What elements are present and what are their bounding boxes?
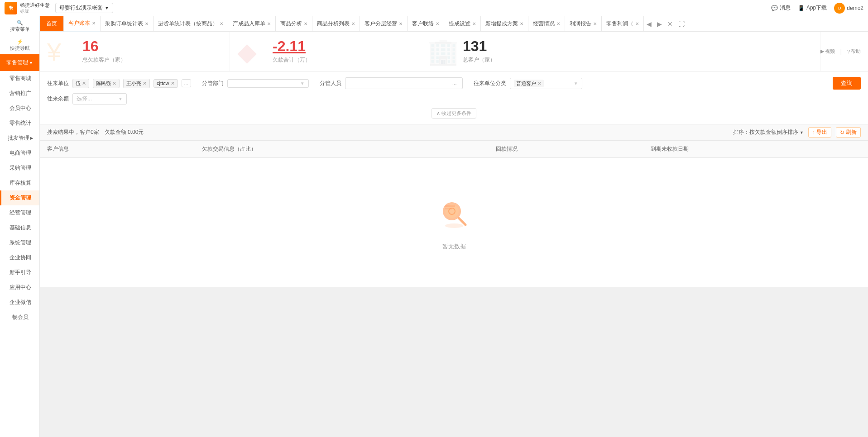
sidebar-item-ecommerce[interactable]: 电商管理 bbox=[0, 146, 39, 161]
unit-class-tag: 普通客户 ✕ bbox=[514, 80, 544, 87]
sidebar-item-vip-member[interactable]: 畅会员 bbox=[0, 310, 39, 325]
tab-home[interactable]: 首页 bbox=[40, 16, 64, 32]
amount-selector[interactable]: 选择... ▼ bbox=[72, 93, 127, 104]
remove-tag-0[interactable]: ✕ bbox=[82, 81, 86, 86]
dept-label: 分管部门 bbox=[202, 80, 224, 87]
tab-customers[interactable]: 客户账本 ✕ bbox=[64, 16, 101, 32]
yen-bg-icon: ¥ bbox=[47, 37, 61, 66]
tab-purchase-orders[interactable]: 采购订单统计表 ✕ bbox=[101, 16, 153, 32]
sidebar-item-retail-stats[interactable]: 零售统计 bbox=[0, 116, 39, 131]
tab-cost-inbound[interactable]: 产成品入库单 ✕ bbox=[228, 16, 276, 32]
tab-close-inbound[interactable]: ✕ bbox=[220, 21, 223, 26]
sidebar-quick-nav[interactable]: ⚡ 快捷导航 bbox=[0, 36, 39, 54]
export-btn[interactable]: ↑ 导出 bbox=[808, 127, 831, 138]
sort-selector[interactable]: 排序：按欠款金额倒序排序 ▼ bbox=[733, 128, 804, 136]
tab-product-analysis[interactable]: 商品分析 ✕ bbox=[276, 16, 312, 32]
tab-close-new-plan[interactable]: ✕ bbox=[520, 21, 523, 26]
sidebar-item-purchase[interactable]: 采购管理 bbox=[0, 161, 39, 176]
tab-maximize-btn[interactable]: ⛶ bbox=[676, 20, 687, 28]
amount-label: 往来余额 bbox=[47, 95, 69, 103]
tab-close-product-analysis-list[interactable]: ✕ bbox=[351, 21, 355, 26]
sort-chevron-icon: ▼ bbox=[800, 130, 804, 135]
refresh-btn[interactable]: ↻ 刷新 bbox=[836, 127, 861, 138]
col-debt-info: 欠款交易信息（占比） bbox=[195, 141, 489, 158]
sidebar-item-enterprise-coop[interactable]: 企业协同 bbox=[0, 250, 39, 265]
total-customers-label: 总欠款客户（家） bbox=[51, 56, 126, 64]
tab-inbound-stats[interactable]: 进货单统计表（按商品） ✕ bbox=[153, 16, 228, 32]
logo-icon: 畅 bbox=[5, 2, 17, 14]
tab-close-purchase-orders[interactable]: ✕ bbox=[145, 21, 149, 26]
sidebar-item-inventory[interactable]: 库存核算 bbox=[0, 176, 39, 190]
tab-close-all-btn[interactable]: ✕ bbox=[665, 20, 676, 28]
sidebar-item-retail-mall[interactable]: 零售商城 bbox=[0, 71, 39, 86]
sidebar-item-member-center[interactable]: 会员中心 bbox=[0, 101, 39, 116]
empty-row: 暂无数据 bbox=[40, 158, 868, 287]
filter-more-tags[interactable]: ... bbox=[182, 79, 191, 87]
tab-close-business[interactable]: ✕ bbox=[556, 21, 560, 26]
tab-close-customer-segment[interactable]: ✕ bbox=[399, 21, 403, 26]
nav-icon: ⚡ bbox=[17, 39, 23, 44]
export-icon: ↑ bbox=[812, 129, 815, 136]
remove-tag-3[interactable]: ✕ bbox=[171, 81, 175, 86]
unit-class-selector[interactable]: 普通客户 ✕ ▼ bbox=[510, 78, 582, 89]
video-btn[interactable]: ▶ 视频 bbox=[820, 48, 835, 55]
sidebar-item-system[interactable]: 系统管理 bbox=[0, 235, 39, 250]
remove-tag-2[interactable]: ✕ bbox=[143, 81, 147, 86]
dept-chevron-icon: ▼ bbox=[300, 81, 305, 86]
person-dots[interactable]: ... bbox=[451, 79, 459, 87]
tab-profit-report[interactable]: 利润报告 ✕ bbox=[565, 16, 602, 32]
tab-close-reminder[interactable]: ✕ bbox=[472, 21, 476, 26]
collapse-btn[interactable]: ∧ 收起更多条件 bbox=[432, 108, 476, 119]
tab-customer-segment[interactable]: 客户分层经营 ✕ bbox=[360, 16, 408, 32]
remove-unit-class[interactable]: ✕ bbox=[537, 81, 542, 86]
filter-row-1: 往来单位 伍 ✕ 陈民强 ✕ 王小亮 ✕ bbox=[47, 77, 861, 90]
tab-prev-btn[interactable]: ◀ bbox=[644, 20, 654, 28]
tab-close-profit[interactable]: ✕ bbox=[593, 21, 597, 26]
tab-product-analysis-list[interactable]: 商品分析列表 ✕ bbox=[312, 16, 360, 32]
stat-card-total-clients: 🏢 131 总客户（家） bbox=[420, 32, 820, 71]
sidebar-item-enterprise-wechat[interactable]: 企业微信 bbox=[0, 295, 39, 310]
dept-selector[interactable]: ▼ bbox=[227, 79, 309, 88]
remove-tag-1[interactable]: ✕ bbox=[112, 81, 116, 86]
svg-rect-5 bbox=[445, 205, 455, 207]
help-btn[interactable]: ? 帮助 bbox=[847, 48, 861, 55]
tab-customer-contact[interactable]: 客户联络 ✕ bbox=[408, 16, 444, 32]
sidebar-item-wholesale-mgmt[interactable]: 批发管理 ▶ bbox=[0, 131, 39, 146]
tab-business-status[interactable]: 经营情况 ✕ bbox=[528, 16, 565, 32]
tab-new-plan[interactable]: 新增提成方案 ✕ bbox=[481, 16, 528, 32]
arrow-icon: ▶ bbox=[30, 136, 33, 140]
chevron-icon: ▼ bbox=[29, 61, 33, 65]
filter-tag-0: 伍 ✕ bbox=[72, 79, 89, 88]
sidebar-item-capital[interactable]: 资金管理 bbox=[0, 190, 39, 205]
tab-close-product-analysis[interactable]: ✕ bbox=[304, 21, 307, 26]
tab-close-cost[interactable]: ✕ bbox=[267, 21, 271, 26]
person-input[interactable]: ... bbox=[345, 77, 463, 89]
sidebar-item-operations[interactable]: 经营管理 bbox=[0, 205, 39, 220]
tab-next-btn[interactable]: ▶ bbox=[654, 20, 665, 28]
query-button[interactable]: 查询 bbox=[833, 77, 861, 90]
account-selector[interactable]: 母婴行业演示帐套 ▼ bbox=[55, 3, 113, 13]
unit-label: 往来单位 bbox=[47, 80, 69, 87]
result-actions: 排序：按欠款金额倒序排序 ▼ ↑ 导出 ↻ 刷新 bbox=[733, 127, 861, 138]
sidebar-item-marketing[interactable]: 营销推广 bbox=[0, 86, 39, 101]
sidebar-search[interactable]: 🔍 搜索菜单 bbox=[0, 16, 39, 36]
tab-close-customers[interactable]: ✕ bbox=[92, 21, 96, 26]
message-btn[interactable]: 💬 消息 bbox=[771, 4, 791, 12]
filter-tag-3: cjttcw ✕ bbox=[153, 79, 178, 88]
logo: 畅 畅捷通好生意 标版 bbox=[5, 2, 50, 14]
tab-close-customer-contact[interactable]: ✕ bbox=[436, 21, 439, 26]
user-profile[interactable]: D demo2 bbox=[834, 3, 863, 14]
tab-close-retail-profit[interactable]: ✕ bbox=[635, 21, 639, 26]
sidebar-section-retail: 零售管理 ▼ bbox=[0, 54, 39, 71]
sidebar-item-basic-info[interactable]: 基础信息 bbox=[0, 220, 39, 235]
empty-state: 暂无数据 bbox=[40, 158, 868, 287]
person-label: 分管人员 bbox=[320, 80, 341, 87]
stat-card-actions: ▶ 视频 | ? 帮助 bbox=[820, 48, 868, 55]
tab-reminder-settings[interactable]: 提成设置 ✕ bbox=[444, 16, 481, 32]
stat-card-debt-total: ◆ -2.11 欠款合计（万） bbox=[230, 32, 420, 71]
tab-retail-profit[interactable]: 零售利润（ ✕ bbox=[602, 16, 644, 32]
sidebar-item-new-guide[interactable]: 新手引导 bbox=[0, 265, 39, 280]
app-download-btn[interactable]: 📱 App下载 bbox=[798, 4, 827, 12]
diamond-bg-icon: ◆ bbox=[237, 37, 257, 66]
sidebar-item-app-center[interactable]: 应用中心 bbox=[0, 280, 39, 295]
